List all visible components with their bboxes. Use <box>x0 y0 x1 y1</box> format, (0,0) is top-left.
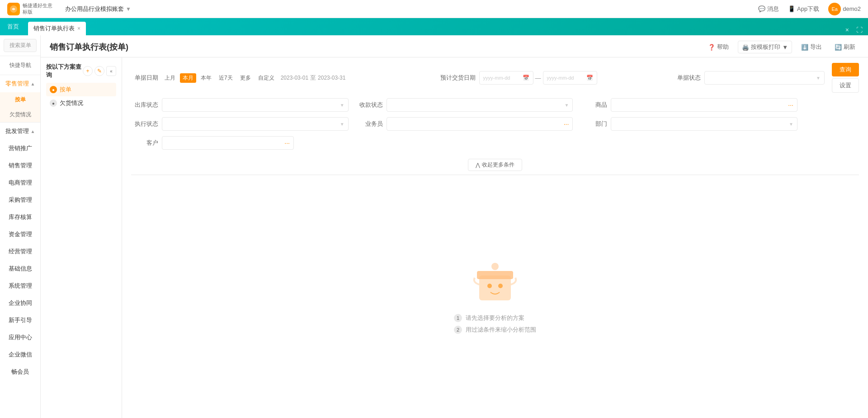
download-icon: 📱 <box>788 5 795 12</box>
empty-hint-1: 1 请先选择要分析的方案 <box>454 314 536 322</box>
window-maximize-icon[interactable]: ⛶ <box>854 24 864 35</box>
customer-select[interactable]: ··· <box>162 136 294 150</box>
message-button[interactable]: 💬 消息 <box>758 5 779 13</box>
svg-point-4 <box>498 284 503 288</box>
window-close-icon[interactable]: × <box>844 24 851 35</box>
sidebar-item-marketing[interactable]: 营销推广 <box>0 140 40 157</box>
print-dropdown-icon: ▼ <box>782 44 788 51</box>
order-status-select[interactable]: ▼ <box>704 71 825 85</box>
sidebar-item-system[interactable]: 系统管理 <box>0 277 40 294</box>
out-status-dropdown-icon: ▼ <box>340 103 344 108</box>
sidebar-item-newbie[interactable]: 新手引导 <box>0 312 40 329</box>
hint-num-1: 1 <box>454 314 462 322</box>
dept-group: 部门 ▼ <box>580 117 797 131</box>
exec-status-label: 执行状态 <box>131 120 158 128</box>
payment-status-select[interactable]: ▼ <box>387 98 573 112</box>
left-filter-panel: 按以下方案查询 + ✎ « ● 按单 ● 欠货情况 <box>41 57 122 418</box>
customer-label: 客户 <box>131 139 158 147</box>
dept-label: 部门 <box>580 120 607 128</box>
sidebar-item-basic-info[interactable]: 基础信息 <box>0 260 40 277</box>
svg-rect-1 <box>479 276 511 300</box>
payment-status-group: 收款状态 ▼ <box>356 98 573 112</box>
print-template-button[interactable]: 🖨️ 按模板打印 ▼ <box>738 41 792 53</box>
help-icon: ❓ <box>708 44 715 51</box>
salesperson-select[interactable]: ··· <box>387 117 573 131</box>
edit-scheme-button[interactable]: ✎ <box>94 66 104 76</box>
exec-status-group: 执行状态 ▼ <box>131 117 349 131</box>
query-button[interactable]: 查询 <box>832 63 859 76</box>
sidebar-item-enterprise-wechat[interactable]: 企业微信 <box>0 346 40 363</box>
content-area: 销售订单执行表(按单) ❓ 帮助 🖨️ 按模板打印 ▼ ⬇️ 导出 🔄 刷新 <box>41 35 868 418</box>
exec-status-select[interactable]: ▼ <box>162 117 349 131</box>
dept-select[interactable]: ▼ <box>611 117 797 131</box>
payment-status-dropdown-icon: ▼ <box>564 103 569 108</box>
goods-group: 商品 ··· <box>580 98 797 112</box>
sidebar-item-ecommerce[interactable]: 电商管理 <box>0 174 40 191</box>
sidebar-item-purchase[interactable]: 采购管理 <box>0 191 40 209</box>
scheme-item-by-order[interactable]: ● 按单 <box>46 83 116 96</box>
sidebar-item-inventory[interactable]: 库存核算 <box>0 209 40 226</box>
scheme-item-backorder[interactable]: ● 欠货情况 <box>46 96 116 110</box>
tab-close-icon[interactable]: × <box>77 25 80 32</box>
customer-dots-icon[interactable]: ··· <box>284 139 290 147</box>
left-filter-actions: + ✎ « <box>83 66 116 76</box>
order-status-dropdown-icon: ▼ <box>816 76 821 81</box>
header-right: 💬 消息 📱 App下载 Ea demo2 <box>758 3 861 15</box>
expected-date-start-input[interactable]: yyyy-mm-dd 📅 <box>479 71 533 85</box>
date-shortcut-this-year[interactable]: 本年 <box>198 73 214 83</box>
order-status-label: 单据状态 <box>674 74 701 82</box>
goods-select[interactable]: ··· <box>611 98 797 112</box>
filter-row-4: 客户 ··· <box>131 136 859 150</box>
tab-sales-order[interactable]: 销售订单执行表 × <box>28 22 86 35</box>
submenu-item-by-order[interactable]: 按单 <box>0 92 40 107</box>
salesperson-dots-icon[interactable]: ··· <box>564 120 569 128</box>
breadcrumb[interactable]: 办公用品行业模拟账套 ▼ <box>65 5 131 13</box>
sidebar-item-enterprise-collab[interactable]: 企业协同 <box>0 294 40 312</box>
retail-submenu: 按单 欠货情况 <box>0 92 40 122</box>
refresh-icon: 🔄 <box>835 44 842 51</box>
empty-text-container: 1 请先选择要分析的方案 2 用过滤条件来缩小分析范围 <box>454 314 536 334</box>
date-range-separator: — <box>535 75 541 81</box>
submenu-item-backorder[interactable]: 欠货情况 <box>0 107 40 122</box>
user-avatar: Ea <box>828 3 841 15</box>
date-shortcut-this-month[interactable]: 本月 <box>180 73 196 83</box>
dept-dropdown-icon: ▼ <box>789 122 793 127</box>
settings-button[interactable]: 设置 <box>832 78 859 93</box>
date-shortcut-last-month[interactable]: 上月 <box>162 73 178 83</box>
date-shortcut-more[interactable]: 更多 <box>237 73 254 83</box>
filter-row-1: 单据日期 上月 本月 本年 近7天 更多 自定义 2023-03-01 <box>131 63 859 93</box>
sidebar-item-retail[interactable]: 零售管理 ▲ <box>0 75 40 92</box>
date-shortcut-7days[interactable]: 近7天 <box>216 73 236 83</box>
refresh-button[interactable]: 🔄 刷新 <box>831 41 859 53</box>
goods-select-dots-icon[interactable]: ··· <box>788 101 793 109</box>
search-menu-button[interactable]: 搜索菜单 <box>4 39 37 52</box>
user-menu[interactable]: Ea demo2 <box>828 3 861 15</box>
collapse-filter-button[interactable]: « <box>106 66 116 76</box>
tab-home[interactable]: 首页 <box>0 18 26 35</box>
out-status-select[interactable]: ▼ <box>162 98 349 112</box>
filter-section: 单据日期 上月 本月 本年 近7天 更多 自定义 2023-03-01 <box>122 57 868 175</box>
sidebar-item-sales[interactable]: 销售管理 <box>0 157 40 174</box>
sidebar-item-wholesale[interactable]: 批发管理 ▲ <box>0 123 40 140</box>
date-range-start-text: 2023-03-01 <box>281 75 308 81</box>
out-status-label: 出库状态 <box>131 101 158 109</box>
customer-group: 客户 ··· <box>131 136 294 150</box>
logo-area: 畅捷通好生意 标版 <box>7 3 52 15</box>
quicknav-button[interactable]: 快捷导航 <box>4 60 37 71</box>
help-button[interactable]: ❓ 帮助 <box>704 41 732 53</box>
expected-date-end-input[interactable]: yyyy-mm-dd 📅 <box>543 71 597 85</box>
sidebar-item-finance[interactable]: 资金管理 <box>0 226 40 243</box>
collapse-up-icon: ⋀ <box>476 162 480 168</box>
breadcrumb-text: 办公用品行业模拟账套 <box>65 5 124 13</box>
sidebar-item-member[interactable]: 畅会员 <box>0 363 40 380</box>
empty-illustration-svg <box>468 260 522 305</box>
salesperson-label: 业务员 <box>356 120 383 128</box>
collapse-more-button[interactable]: ⋀ 收起更多条件 <box>468 159 522 171</box>
sidebar-item-operations[interactable]: 经营管理 <box>0 243 40 260</box>
app-download-button[interactable]: 📱 App下载 <box>788 5 819 13</box>
export-button[interactable]: ⬇️ 导出 <box>797 41 826 53</box>
sidebar-item-app-center[interactable]: 应用中心 <box>0 329 40 346</box>
message-icon: 💬 <box>758 5 765 12</box>
date-shortcut-custom[interactable]: 自定义 <box>255 73 277 83</box>
add-scheme-button[interactable]: + <box>83 66 93 76</box>
